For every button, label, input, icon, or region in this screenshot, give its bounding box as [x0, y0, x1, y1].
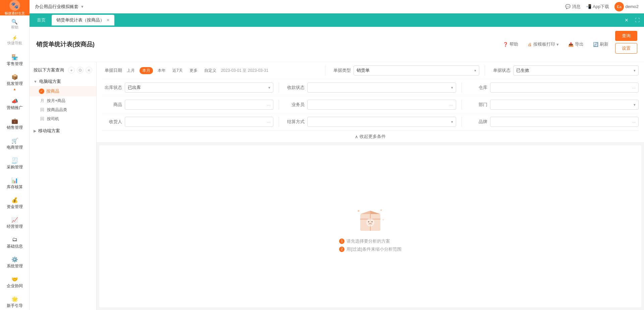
sidebar-item-guide[interactable]: 🌟 新手引导: [0, 292, 29, 310]
refresh-label: 刷新: [600, 41, 608, 47]
filter-input-warehouse[interactable]: ···: [490, 83, 639, 93]
export-label: 导出: [575, 41, 584, 47]
app-download-btn[interactable]: 📲 App下载: [586, 4, 609, 10]
filter-row-1: 单据日期 上月 本月 本年 近7天 更多 自定义 2023-03-01 至 20…: [102, 62, 639, 79]
sidebar-item-wholesale[interactable]: 📦 批发管理 ▲: [0, 70, 29, 94]
filter-label-docstatus: 单据状态: [490, 67, 511, 73]
filter-dept-arrow: ▾: [634, 103, 636, 107]
tab-sales-stat[interactable]: 销货单统计表（按商品） ✕: [52, 15, 114, 25]
filter-label-doctype: 单据类型: [331, 67, 351, 73]
export-btn[interactable]: 📤 导出: [566, 40, 586, 49]
refresh-btn[interactable]: 🔄 刷新: [590, 40, 611, 49]
workspace-dropdown-icon[interactable]: ▾: [81, 4, 84, 9]
filter-item-receiver: 收货人 ···: [102, 117, 273, 127]
filter-sep-1: [325, 65, 325, 75]
filter-sep-3: [279, 83, 279, 93]
topbar-right: 💬 消息 📲 App下载 Ea demo2: [565, 2, 639, 11]
filter-salesman-dots: ···: [449, 102, 453, 107]
scheme-item-by-month-product-label: 按月+商品: [47, 98, 65, 104]
tab-sales-stat-close[interactable]: ✕: [106, 18, 110, 22]
settings-btn[interactable]: 设置: [615, 43, 637, 54]
scheme-item-by-product-icon: ✓: [39, 89, 44, 94]
date-shortcut-this-year[interactable]: 本年: [156, 67, 168, 74]
filter-label-settlement: 结算方式: [284, 119, 305, 125]
filter-label-date: 单据日期: [102, 67, 122, 73]
sidebar-item-system[interactable]: ⚙️ 系统管理: [0, 253, 29, 272]
empty-text: 1 请先选择要分析的方案 2 用[过滤]条件来缩小分析范围: [339, 238, 401, 252]
user-menu-btn[interactable]: Ea demo2: [614, 2, 639, 11]
sidebar-item-wholesale-label: 批发管理: [7, 81, 23, 87]
tab-bar: 首页 销货单统计表（按商品） ✕ ✕ ⛶: [30, 13, 644, 27]
scheme-item-by-month-product[interactable]: 月 按月+商品: [30, 96, 96, 105]
workspace-title: 办公用品行业模拟账套: [35, 4, 78, 10]
sidebar: 🐾 畅捷通好生意 🔍 帮助 ⚡ 快捷导航 🏪 零售管理 📦 批发管理 ▲ 📣 营…: [0, 0, 30, 310]
filter-input-receiver[interactable]: ···: [125, 117, 273, 127]
app-logo: 🐾 畅捷通好生意: [0, 0, 30, 15]
empty-state-icon: ✦ ✦ ✦: [350, 201, 390, 234]
sidebar-item-enterprise[interactable]: 🤝 企业协同: [0, 272, 29, 292]
query-btn[interactable]: 查询: [615, 31, 637, 41]
filter-sep-7: [279, 117, 279, 127]
svg-marker-2: [370, 211, 380, 214]
tab-close-btn[interactable]: ✕: [623, 16, 631, 24]
scheme-item-by-product-label: 按商品: [46, 88, 59, 94]
date-shortcut-7days[interactable]: 近7天: [170, 67, 185, 74]
svg-text:✦: ✦: [357, 209, 360, 213]
scheme-group-mobile-header[interactable]: ▶ 移动端方案: [30, 126, 96, 136]
scheme-item-by-category[interactable]: 回 按商品品类: [30, 105, 96, 114]
filter-input-brand[interactable]: ···: [490, 117, 639, 127]
filter-input-salesman[interactable]: ···: [307, 100, 456, 110]
sidebar-search-label: 帮助: [11, 25, 18, 29]
sidebar-item-sales[interactable]: 💼 销售管理: [0, 114, 29, 134]
svg-marker-1: [360, 211, 370, 214]
tab-home[interactable]: 首页: [32, 15, 50, 25]
date-shortcut-this-month[interactable]: 本月: [140, 67, 153, 74]
sidebar-quicknav[interactable]: ⚡ 快捷导航: [0, 33, 29, 48]
filter-select-dept[interactable]: ▾: [490, 100, 639, 110]
filter-goods-dots: ···: [267, 102, 270, 107]
date-shortcut-custom[interactable]: 自定义: [202, 67, 218, 74]
filter-select-outstatus[interactable]: 已出库 ▾: [125, 83, 273, 93]
scheme-add-btn[interactable]: +: [68, 67, 75, 73]
date-shortcut-more[interactable]: 更多: [187, 67, 200, 74]
message-btn[interactable]: 💬 消息: [565, 4, 581, 10]
sidebar-item-retail[interactable]: 🏪 零售管理: [0, 50, 29, 70]
sidebar-item-finance[interactable]: 💰 资金管理: [0, 193, 29, 213]
filter-brand-dots: ···: [632, 119, 636, 124]
filter-select-settlement[interactable]: ▾: [307, 117, 456, 127]
svg-text:✦: ✦: [382, 218, 384, 221]
sidebar-item-purchase[interactable]: 🧾 采购管理: [0, 154, 29, 173]
date-shortcut-last-month[interactable]: 上月: [125, 67, 137, 74]
tab-maximize-btn[interactable]: ⛶: [633, 16, 641, 24]
filter-settlement-arrow: ▾: [451, 120, 453, 124]
filter-select-doctype[interactable]: 销货单 ▾: [354, 65, 479, 75]
sidebar-item-inventory[interactable]: 📊 库存核算: [0, 173, 29, 193]
scheme-group-pc-header[interactable]: ▼ 电脑端方案: [30, 77, 96, 86]
help-btn[interactable]: ❓ 帮助: [500, 40, 521, 49]
sidebar-search[interactable]: 🔍 帮助: [0, 15, 29, 33]
filter-item-goods: 商品 ···: [102, 100, 273, 110]
sidebar-item-marketing[interactable]: 📣 营销推广: [0, 94, 29, 114]
help-icon: ❓: [503, 42, 508, 47]
user-avatar: Ea: [614, 2, 624, 11]
filter-select-payment[interactable]: ▾: [307, 83, 456, 93]
filter-input-goods[interactable]: ···: [125, 100, 273, 110]
sidebar-item-operation[interactable]: 📈 经营管理: [0, 213, 29, 233]
print-btn[interactable]: 🖨 按模板打印 ▾: [525, 40, 561, 49]
sidebar-item-basic[interactable]: 🗂 基础信息: [0, 233, 29, 253]
filter-select-docstatus[interactable]: 已生效 ▾: [513, 65, 639, 75]
print-label: 按模板打印: [533, 41, 555, 47]
filter-section: 单据日期 上月 本月 本年 近7天 更多 自定义 2023-03-01 至 20…: [97, 62, 644, 143]
topbar: 办公用品行业模拟账套 ▾ 💬 消息 📲 App下载 Ea demo2: [30, 0, 644, 13]
scheme-edit-btn[interactable]: ⊙: [77, 67, 84, 73]
svg-point-7: [371, 221, 373, 222]
scheme-item-by-product[interactable]: ✓ 按商品: [30, 86, 96, 96]
filter-label-brand: 品牌: [467, 119, 487, 125]
sidebar-item-ecommerce[interactable]: 🛒 电商管理: [0, 134, 29, 154]
filter-payment-arrow: ▾: [451, 86, 453, 90]
scheme-item-by-driver[interactable]: 回 按司机: [30, 114, 96, 123]
scheme-collapse-btn[interactable]: «: [86, 67, 92, 73]
empty-state: ✦ ✦ ✦ 1 请先选择要分析的方案 2 用[过滤]条件来缩小分析范围: [99, 145, 641, 307]
collapse-row[interactable]: ∧ 收起更多条件: [102, 131, 639, 142]
filter-item-dept: 部门 ▾: [467, 100, 639, 110]
